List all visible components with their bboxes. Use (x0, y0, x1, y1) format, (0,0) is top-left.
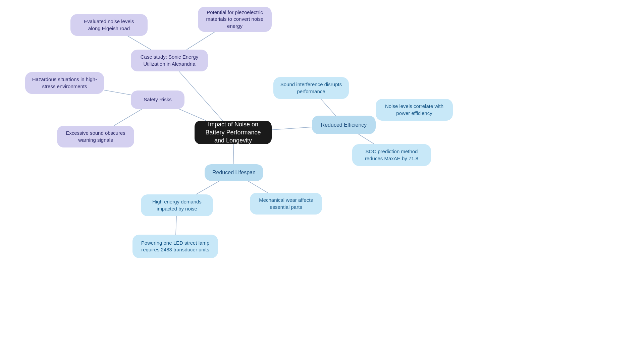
svg-line-1 (127, 36, 151, 50)
svg-line-3 (179, 109, 206, 121)
svg-line-13 (176, 216, 176, 235)
svg-line-4 (104, 90, 131, 95)
svg-line-5 (114, 109, 142, 126)
svg-line-12 (196, 181, 219, 194)
soc-prediction-node: SOC prediction method reduces MaxAE by 7… (352, 144, 431, 166)
powering-node: Powering one LED street lamp requires 24… (132, 235, 218, 258)
excessive-node: Excessive sound obscures warning signals (57, 126, 134, 147)
case-study-node: Case study: Sonic Energy Utilization in … (131, 50, 208, 71)
safety-risks-node: Safety Risks (131, 90, 184, 109)
mechanical-wear-node: Mechanical wear affects essential parts (250, 193, 322, 215)
evaluated-node: Evaluated noise levels along Elgeish roa… (70, 14, 148, 36)
svg-line-11 (248, 181, 268, 193)
svg-line-9 (359, 134, 375, 144)
reduced-efficiency-node: Reduced Efficiency (312, 116, 376, 134)
center-node: Impact of Noise on Battery Performance a… (195, 121, 272, 144)
hazardous-node: Hazardous situations in high-stress envi… (25, 72, 104, 94)
potential-node: Potential for piezoelectric materials to… (198, 7, 272, 32)
reduced-lifespan-node: Reduced Lifespan (205, 164, 263, 181)
svg-line-2 (187, 32, 215, 50)
svg-line-10 (233, 144, 234, 164)
svg-line-7 (321, 99, 335, 116)
svg-line-0 (179, 71, 223, 121)
high-energy-node: High energy demands impacted by noise (141, 194, 213, 216)
svg-line-6 (272, 127, 312, 130)
sound-interference-node: Sound interference disrupts performance (273, 77, 349, 99)
noise-correlate-node: Noise levels correlate with power effici… (376, 99, 453, 121)
